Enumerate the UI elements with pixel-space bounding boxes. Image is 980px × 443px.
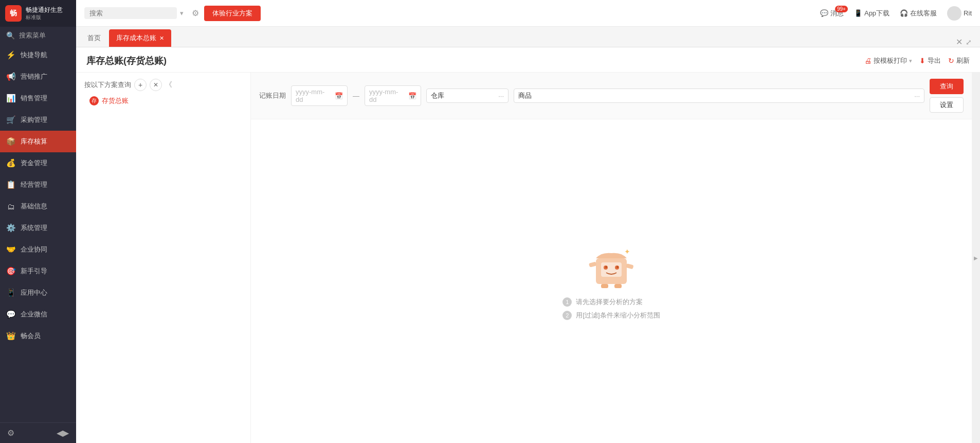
empty-state: ✦ 1 请先选择要分析的方案 2 用[过滤]条件来缩小分析范围: [251, 119, 972, 443]
tab-close-btn[interactable]: ✕: [956, 37, 963, 47]
svg-rect-6: [601, 284, 608, 288]
sidebar-item-wechat[interactable]: 💬 企业微信: [0, 304, 76, 325]
product-label: 商品: [518, 91, 532, 100]
query-btn[interactable]: 查询: [930, 79, 964, 94]
export-label: 导出: [928, 56, 941, 65]
sidebar-search-label: 搜索菜单: [19, 31, 46, 40]
search-icon: 🔍: [6, 31, 15, 40]
print-btn[interactable]: 🖨 按模板打印 ▾: [864, 56, 912, 65]
product-select[interactable]: 商品 ···: [514, 88, 924, 103]
filter-collapse-btn[interactable]: 《: [165, 80, 172, 90]
empty-hints: 1 请先选择要分析的方案 2 用[过滤]条件来缩小分析范围: [562, 297, 660, 320]
sidebar-item-purchase[interactable]: 🛒 采购管理: [0, 109, 76, 131]
user-avatar[interactable]: Rit: [947, 6, 972, 21]
topbar: ▾ ⚙ 体验行业方案 💬 消息 99+ 📱 App下载 🎧 在线客服 Rit: [76, 0, 980, 27]
sidebar-item-sales[interactable]: 📊 销售管理: [0, 87, 76, 109]
enterprise-icon: 🤝: [6, 245, 15, 254]
sidebar-item-inventory[interactable]: 📦 库存核算: [0, 131, 76, 152]
date-start-input[interactable]: yyyy-mm-dd 📅: [291, 85, 348, 106]
hint-num-2: 2: [562, 311, 572, 320]
hint-item-1: 1 请先选择要分析的方案: [562, 297, 660, 307]
tabbar: 首页 库存成本总账 ✕ ✕ ⤢: [76, 27, 980, 47]
filter-scheme-inventory[interactable]: 存 存货总账: [89, 96, 242, 105]
tab-home[interactable]: 首页: [80, 29, 108, 47]
date-end-input[interactable]: yyyy-mm-dd 📅: [365, 85, 421, 106]
sidebar-item-quick-nav[interactable]: ⚡ 快捷导航: [0, 44, 76, 66]
hint-text-1: 请先选择要分析的方案: [576, 297, 643, 307]
sidebar-item-marketing[interactable]: 📢 营销推广: [0, 66, 76, 87]
print-icon: 🖨: [864, 57, 872, 65]
quick-nav-icon: ⚡: [6, 50, 15, 60]
settings-btn[interactable]: 设置: [930, 97, 964, 113]
app-download-label: App下载: [864, 9, 890, 18]
topbar-right: 💬 消息 99+ 📱 App下载 🎧 在线客服 Rit: [820, 6, 972, 21]
topbar-search-input[interactable]: [84, 7, 177, 19]
export-btn[interactable]: ⬇ 导出: [919, 56, 941, 65]
topbar-left: ▾ ⚙ 体验行业方案: [84, 6, 820, 21]
product-more-icon[interactable]: ···: [914, 92, 920, 100]
message-badge: 99+: [835, 6, 848, 12]
sales-icon: 📊: [6, 94, 15, 103]
finance-icon: 💰: [6, 158, 15, 168]
sidebar-item-enterprise[interactable]: 🤝 企业协同: [0, 239, 76, 260]
guide-icon: 🎯: [6, 267, 15, 276]
sidebar-nav: ⚡ 快捷导航 📢 营销推广 📊 销售管理 🛒 采购管理 📦 库存核算 💰 资金管…: [0, 44, 76, 422]
sidebar-item-member[interactable]: 👑 畅会员: [0, 325, 76, 347]
sidebar-item-label: 库存核算: [21, 137, 47, 146]
calendar-end-icon[interactable]: 📅: [408, 92, 416, 100]
warehouse-label: 仓库: [431, 91, 444, 100]
sidebar-item-system[interactable]: ⚙️ 系统管理: [0, 217, 76, 239]
topbar-gear-icon[interactable]: ⚙: [192, 8, 199, 18]
avatar-img: [947, 6, 961, 21]
download-icon: 📱: [854, 9, 862, 17]
sidebar-item-label: 经营管理: [21, 180, 47, 189]
app-download-btn[interactable]: 📱 App下载: [854, 9, 890, 18]
hint-item-2: 2 用[过滤]条件来缩小分析范围: [562, 311, 660, 320]
svg-point-5: [616, 266, 619, 268]
print-label: 按模板打印: [874, 56, 907, 65]
sidebar-item-basic[interactable]: 🗂 基础信息: [0, 196, 76, 217]
operation-icon: 📋: [6, 180, 15, 189]
collapse-sidebar-icon[interactable]: ◀▶: [57, 428, 69, 438]
sidebar-item-label: 采购管理: [21, 115, 47, 125]
refresh-btn[interactable]: ↻ 刷新: [948, 56, 970, 65]
right-collapse-btn[interactable]: ▶: [972, 73, 980, 443]
svg-rect-9: [626, 263, 634, 269]
message-btn[interactable]: 💬 消息 99+: [820, 9, 844, 18]
system-icon: ⚙️: [6, 223, 15, 233]
tab-resize-icon[interactable]: ⤢: [966, 38, 972, 46]
sidebar-search[interactable]: 🔍 搜索菜单: [0, 27, 76, 44]
chevron-down-icon[interactable]: ▾: [180, 9, 184, 17]
sidebar-item-label: 资金管理: [21, 158, 47, 168]
service-icon: 🎧: [900, 9, 908, 17]
tab-close-icon[interactable]: ✕: [159, 35, 164, 42]
filter-label: 按以下方案查询: [84, 80, 131, 90]
settings-icon[interactable]: ⚙: [7, 428, 14, 438]
filter-add-btn[interactable]: +: [134, 79, 147, 91]
sidebar-item-operation[interactable]: 📋 经营管理: [0, 174, 76, 196]
sidebar-item-finance[interactable]: 💰 资金管理: [0, 152, 76, 174]
print-chevron-icon[interactable]: ▾: [909, 58, 912, 64]
wechat-icon: 💬: [6, 310, 15, 319]
warehouse-more-icon[interactable]: ···: [498, 92, 504, 100]
sidebar-item-label: 快捷导航: [21, 50, 47, 60]
app-badge: 标准版: [26, 14, 63, 21]
online-service-label: 在线客服: [910, 9, 937, 18]
trial-btn[interactable]: 体验行业方案: [204, 6, 261, 21]
right-area: 记账日期 yyyy-mm-dd 📅 — yyyy-mm-dd 📅 仓库 ···: [251, 73, 972, 443]
page-title: 库存总账(存货总账): [86, 55, 167, 67]
warehouse-select[interactable]: 仓库 ···: [426, 88, 509, 103]
filter-clear-btn[interactable]: ✕: [150, 79, 162, 91]
hint-text-2: 用[过滤]条件来缩小分析范围: [576, 311, 660, 320]
sidebar-bottom: ⚙ ◀▶: [0, 422, 76, 443]
tab-label: 库存成本总账: [116, 33, 156, 43]
sidebar-item-app-center[interactable]: 📱 应用中心: [0, 282, 76, 304]
online-service-btn[interactable]: 🎧 在线客服: [900, 9, 937, 18]
tab-inventory-ledger[interactable]: 库存成本总账 ✕: [109, 29, 171, 47]
calendar-start-icon[interactable]: 📅: [335, 92, 343, 100]
sidebar-item-label: 新手引导: [21, 267, 47, 276]
filter-fields-row: 记账日期 yyyy-mm-dd 📅 — yyyy-mm-dd 📅 仓库 ···: [251, 73, 972, 119]
svg-text:✦: ✦: [624, 247, 630, 256]
sidebar-item-guide[interactable]: 🎯 新手引导: [0, 260, 76, 282]
filter-left-panel: 按以下方案查询 + ✕ 《 存 存货总账: [76, 73, 251, 443]
